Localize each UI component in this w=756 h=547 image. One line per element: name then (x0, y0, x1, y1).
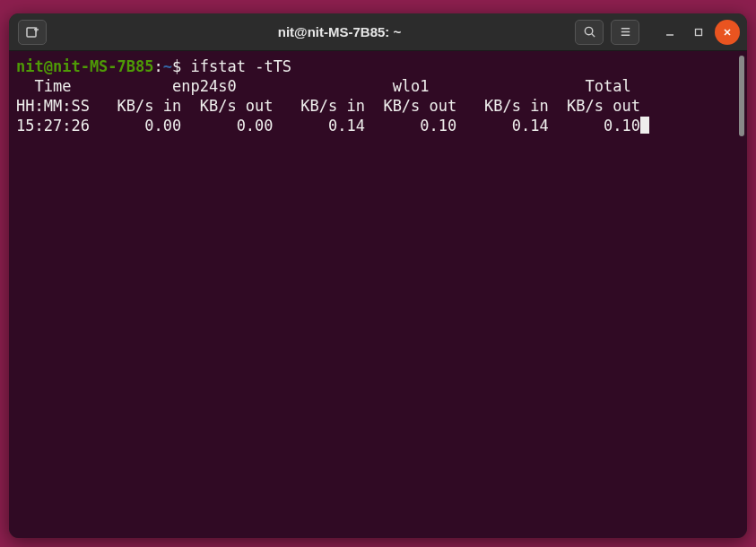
minimize-icon (665, 27, 675, 38)
svg-point-3 (585, 27, 592, 34)
close-button[interactable] (715, 20, 740, 45)
prompt-path: ~ (163, 57, 172, 75)
minimize-button[interactable] (657, 20, 682, 45)
ifstat-header-interfaces: Time enp24s0 wlo1 Total (16, 77, 695, 95)
titlebar: nit@nit-MS-7B85: ~ (9, 13, 747, 51)
titlebar-right (573, 20, 740, 45)
maximize-button[interactable] (686, 20, 711, 45)
menu-icon (619, 25, 632, 39)
new-tab-icon (25, 25, 39, 39)
command-text: ifstat -tTS (191, 57, 292, 75)
titlebar-left (16, 20, 106, 45)
terminal-window: nit@nit-MS-7B85: ~ (9, 13, 747, 538)
scrollbar[interactable] (739, 56, 744, 136)
search-button[interactable] (575, 20, 604, 45)
svg-rect-9 (696, 29, 702, 35)
prompt-sep1: : (154, 57, 163, 75)
new-tab-button[interactable] (18, 20, 47, 45)
terminal-body[interactable]: nit@nit-MS-7B85:~$ ifstat -tTS Time enp2… (9, 51, 747, 538)
close-icon (722, 27, 733, 38)
ifstat-header-columns: HH:MM:SS KB/s in KB/s out KB/s in KB/s o… (16, 97, 640, 115)
svg-line-4 (591, 34, 594, 37)
maximize-icon (693, 27, 704, 38)
search-icon (583, 25, 596, 39)
prompt-sep2: $ (172, 57, 190, 75)
cursor (640, 117, 649, 134)
ifstat-row: 15:27:26 0.00 0.00 0.14 0.10 0.14 0.10 (16, 117, 640, 135)
prompt-userhost: nit@nit-MS-7B85 (16, 57, 154, 75)
menu-button[interactable] (611, 20, 639, 45)
window-title: nit@nit-MS-7B85: ~ (106, 24, 573, 39)
